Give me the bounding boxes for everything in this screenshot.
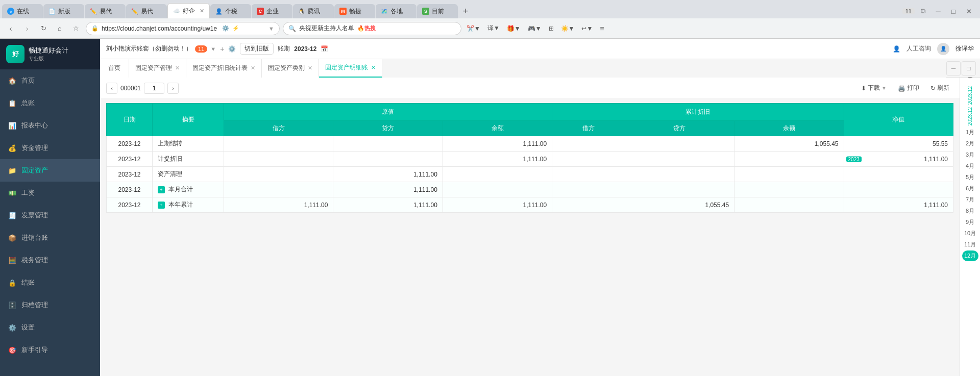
period-title-label: 期间选择 [967, 81, 974, 85]
download-btn[interactable]: ⬇ 下载 ▼ [857, 82, 891, 94]
sidebar-item-home[interactable]: 🏠 首页 [0, 69, 100, 92]
table-row: 2023-12 计提折旧 1,111.00 [107, 152, 953, 167]
browser-tab-yidai1[interactable]: ✏️ 易代 [85, 4, 126, 18]
period-month-4[interactable]: 4月 [962, 161, 978, 171]
calendar-icon[interactable]: 📅 [321, 45, 328, 53]
bookmark-btn[interactable]: ☆ [69, 22, 83, 35]
cell-acc-balance-4 [734, 182, 844, 197]
period-month-10[interactable]: 10月 [962, 228, 978, 239]
browser-tab-yidai2[interactable]: ✏️ 易代 [126, 4, 167, 18]
browser-tab-haoqi[interactable]: ☁️ 好企 ✕ [167, 3, 210, 18]
period-month-8[interactable]: 8月 [962, 206, 978, 216]
tab-asset-depreciation[interactable]: 固定资产折旧统计表 ✕ [186, 59, 262, 78]
sidebar-item-settings[interactable]: ⚙️ 设置 [0, 316, 100, 339]
translate-btn[interactable]: 译▼ [485, 24, 502, 33]
customer-service-icon: 👤 [893, 45, 900, 53]
reload-btn[interactable]: ↻ [37, 22, 50, 35]
content-toolbar: ‹ 000001 › ⬇ 下载 ▼ 🖨️ 打印 [100, 78, 960, 99]
sidebar-item-archive[interactable]: 🗄️ 归档管理 [0, 294, 100, 316]
browser-tab-qiye[interactable]: C 企业 [252, 4, 292, 18]
tab-asset-category[interactable]: 固定资产类别 ✕ [262, 59, 319, 78]
menu-btn[interactable]: ≡ [598, 24, 606, 33]
add-account-btn[interactable]: + [220, 45, 224, 53]
window-restore-btn[interactable]: ⧉ [916, 4, 930, 18]
undo-btn[interactable]: ↩▼ [579, 25, 595, 32]
switch-version-btn[interactable]: 切到旧版 [240, 43, 274, 55]
home-btn[interactable]: ⌂ [53, 22, 66, 35]
period-month-3[interactable]: 3月 [962, 149, 978, 160]
logo-version: 专业版 [29, 55, 68, 62]
cell-acc-debit-2 [552, 152, 625, 167]
period-month-12-active[interactable]: 12月 [962, 250, 978, 261]
next-page-btn[interactable]: › [167, 83, 179, 94]
tab-close-haoqi[interactable]: ✕ [200, 8, 204, 14]
tab-window-expand-btn[interactable]: □ [962, 61, 976, 76]
customer-service-label[interactable]: 人工咨询 [906, 44, 931, 53]
period-month-6[interactable]: 6月 [962, 183, 978, 194]
tab-asset-detail[interactable]: 固定资产明细账 ✕ [319, 59, 382, 78]
window-maximize-btn[interactable]: □ [946, 4, 961, 18]
tab-close-category[interactable]: ✕ [308, 65, 312, 71]
account-dropdown-btn[interactable]: ▼ [210, 46, 216, 52]
search-box[interactable]: 🔍 央视更新主持人名单 🔥热搜 [283, 22, 461, 35]
tab-window-collapse-btn[interactable]: ─ [946, 61, 961, 76]
sidebar-item-tax[interactable]: 🧮 税务管理 [0, 249, 100, 271]
tab-asset-mgmt[interactable]: 固定资产管理 ✕ [129, 59, 186, 78]
back-btn[interactable]: ‹ [4, 22, 17, 35]
tab-close-depreciation[interactable]: ✕ [251, 65, 255, 71]
sidebar-item-close[interactable]: 🔒 结账 [0, 271, 100, 294]
sidebar-menu: 🏠 首页 📋 总账 📊 报表中心 💰 资金管理 📁 固定资产 💵 工资 [0, 69, 100, 376]
period-month-7[interactable]: 7月 [962, 194, 978, 205]
period-month-1[interactable]: 1月 [962, 127, 978, 138]
ledger-icon: 📋 [8, 99, 16, 107]
period-value: 2023-12 [294, 45, 316, 53]
sidebar-item-salary[interactable]: 💵 工资 [0, 182, 100, 204]
sidebar-item-invoice[interactable]: 🧾 发票管理 [0, 204, 100, 227]
account-name: 刘小艳演示账套（勿删勿动！） [106, 44, 192, 53]
cell-net-4 [844, 182, 953, 197]
grid-btn[interactable]: ⊞ [547, 25, 556, 32]
url-box[interactable]: 🔒 https://cloud.chanjet.com/accounting/u… [86, 22, 280, 35]
tab-close-asset-mgmt[interactable]: ✕ [175, 65, 180, 71]
print-btn[interactable]: 🖨️ 打印 [894, 82, 923, 94]
sidebar-item-purchase[interactable]: 📦 进销台账 [0, 227, 100, 249]
cell-orig-debit-1 [224, 136, 333, 152]
tab-bar: e 在线 📄 新版 ✏️ 易代 ✏️ 易代 ☁️ 好企 ✕ 👤 个税 C 企业 [0, 0, 980, 18]
brightness-btn[interactable]: ☀️▼ [559, 25, 577, 32]
browser-tab-geshui[interactable]: 👤 个税 [210, 4, 251, 18]
sidebar-item-asset[interactable]: 📁 固定资产 [0, 159, 100, 182]
fund-icon: 💰 [8, 144, 16, 152]
browser-tab-muqian[interactable]: S 目前 [417, 4, 458, 18]
period-month-5[interactable]: 5月 [962, 172, 978, 183]
game-btn[interactable]: 🎮▼ [526, 25, 544, 32]
sidebar-logo: 好 畅捷通好会计 专业版 [0, 39, 100, 69]
cell-net-2: 2023 1,111.00 [844, 152, 953, 167]
window-close-btn[interactable]: ✕ [962, 4, 976, 18]
tab-close-detail[interactable]: ✕ [371, 64, 376, 71]
tab-home[interactable]: 首页 [100, 59, 129, 78]
sidebar-item-report[interactable]: 📊 报表中心 [0, 114, 100, 137]
sidebar-item-fund[interactable]: 💰 资金管理 [0, 137, 100, 159]
guide-icon: 🎯 [8, 346, 16, 354]
prev-page-btn[interactable]: ‹ [106, 83, 117, 94]
scissors-btn[interactable]: ✂️▼ [464, 25, 482, 32]
forward-btn[interactable]: › [20, 22, 34, 35]
year-badge: 2023 [846, 156, 862, 162]
period-month-11[interactable]: 11月 [962, 239, 978, 250]
browser-tab-changjie[interactable]: M 畅捷 [334, 4, 375, 18]
browser-tab-gedi[interactable]: 🗺️ 各地 [376, 4, 416, 18]
dropdown-icon[interactable]: ▼ [268, 26, 274, 32]
period-month-2[interactable]: 2月 [962, 138, 978, 149]
browser-tab-online[interactable]: e 在线 [2, 4, 43, 18]
page-number-input[interactable] [144, 83, 164, 94]
sidebar-item-ledger[interactable]: 📋 总账 [0, 92, 100, 114]
refresh-btn[interactable]: ↻ 刷新 [926, 82, 953, 94]
browser-tab-tencent[interactable]: 🐧 腾讯 [293, 4, 334, 18]
tab-new-btn[interactable]: + [458, 4, 473, 18]
period-month-9[interactable]: 9月 [962, 217, 978, 228]
browser-tab-new[interactable]: 📄 新版 [43, 4, 84, 18]
window-minimize-btn[interactable]: ─ [931, 4, 945, 18]
sidebar-item-guide[interactable]: 🎯 新手引导 [0, 339, 100, 361]
settings-small-btn[interactable]: ⚙️ [228, 45, 236, 53]
wallet-btn[interactable]: 🎁▼ [505, 25, 523, 32]
